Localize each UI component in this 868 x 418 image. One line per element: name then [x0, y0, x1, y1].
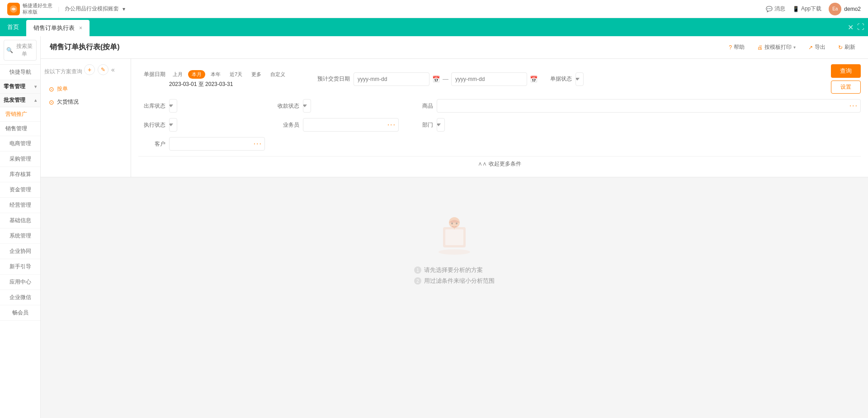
refresh-icon: ↻ — [838, 44, 843, 51]
quick-date-more[interactable]: 更多 — [248, 70, 265, 79]
status-select[interactable] — [576, 72, 584, 86]
plan-item-by-debt[interactable]: ⊙ 欠货情况 — [44, 95, 127, 109]
sidebar-item-inventory[interactable]: 库存核算 — [0, 167, 40, 182]
page-header: 销售订单执行表(按单) ? 帮助 🖨 按模板打印 ▾ ↗ 导出 ↻ 刷新 — [41, 36, 868, 59]
page-header-actions: ? 帮助 🖨 按模板打印 ▾ ↗ 导出 ↻ 刷新 — [725, 42, 859, 53]
dept-select[interactable] — [437, 118, 445, 132]
out-status-select[interactable] — [169, 99, 177, 113]
tab-home[interactable]: 首页 — [0, 18, 26, 36]
receive-status-wrapper — [303, 99, 399, 113]
filter-customer-item: 客户 ··· — [138, 137, 265, 151]
exec-status-select[interactable] — [169, 118, 177, 132]
refresh-btn[interactable]: ↻ 刷新 — [835, 42, 859, 53]
customer-input[interactable] — [169, 137, 265, 151]
quick-date-current-year[interactable]: 本年 — [207, 70, 224, 79]
main-layout: 🔍 搜索菜单 快捷导航 零售管理 ▾ 批发管理 ▴ 营销推广 销售管理 电商管理… — [0, 36, 868, 418]
receive-status-select[interactable] — [303, 99, 311, 113]
tab-bar-actions: ✕ ⛶ — [848, 23, 868, 32]
product-input[interactable] — [437, 99, 861, 113]
empty-tip-1: 1 请先选择要分析的方案 — [414, 266, 495, 274]
sidebar-item-purchase[interactable]: 采购管理 — [0, 152, 40, 167]
sidebar-item-ecommerce[interactable]: 电商管理 — [0, 136, 40, 152]
expected-date-start[interactable] — [354, 72, 429, 86]
empty-illustration — [432, 214, 477, 259]
filter-dept-item: 部门 — [406, 118, 861, 132]
tab-close-icon[interactable]: × — [79, 25, 82, 31]
svg-point-1 — [439, 249, 470, 255]
quick-date-last-month[interactable]: 上月 — [169, 70, 186, 79]
tab-bar: 首页 销售订单执行表 × ✕ ⛶ — [0, 18, 868, 36]
collapse-filter-btn[interactable]: ∧∧ 收起更多条件 — [138, 156, 861, 171]
collapse-sidebar-btn[interactable]: « — [111, 66, 115, 73]
calendar-end-icon[interactable]: 📅 — [530, 76, 538, 83]
sidebar-item-cooperation[interactable]: 企业协同 — [0, 244, 40, 259]
filter-product-item: 商品 ··· — [406, 99, 861, 113]
sidebar-item-quick-nav[interactable]: 快捷导航 — [0, 65, 40, 80]
dept-wrapper — [437, 118, 861, 132]
plan-order-icon: ⊙ — [49, 86, 54, 93]
plan-item-by-order[interactable]: ⊙ 按单 — [44, 82, 127, 95]
out-status-wrapper — [169, 99, 265, 113]
filter-out-status-item: 出库状态 — [138, 99, 265, 113]
tab-sales-order[interactable]: 销售订单执行表 × — [26, 20, 90, 36]
dept-label: 部门 — [406, 121, 433, 129]
sidebar-item-member[interactable]: 畅会员 — [0, 305, 40, 321]
quick-date-7days[interactable]: 近7天 — [226, 70, 246, 79]
filter-row-4: 客户 ··· — [138, 137, 861, 151]
salesperson-more-icon[interactable]: ··· — [387, 121, 396, 129]
sidebar-item-retail[interactable]: 零售管理 ▾ — [0, 80, 40, 94]
message-btn[interactable]: 💬 消息 — [766, 5, 785, 13]
sidebar-item-system[interactable]: 系统管理 — [0, 228, 40, 244]
status-label: 单据状态 — [545, 75, 572, 83]
filter-status-item: 单据状态 — [545, 72, 824, 86]
calendar-start-icon[interactable]: 📅 — [432, 76, 440, 83]
user-name: demo2 — [844, 6, 861, 12]
export-btn[interactable]: ↗ 导出 — [805, 42, 829, 53]
print-btn[interactable]: 🖨 按模板打印 ▾ — [754, 42, 799, 53]
sidebar-item-operation[interactable]: 经营管理 — [0, 198, 40, 213]
sidebar-item-sales[interactable]: 销售管理 — [0, 122, 40, 136]
tab-expand-btn[interactable]: ⛶ — [857, 23, 864, 31]
app-download-btn[interactable]: 📱 App下载 — [793, 5, 821, 13]
tab-close-window-btn[interactable]: ✕ — [848, 23, 854, 32]
exec-status-wrapper — [169, 118, 265, 132]
customer-more-icon[interactable]: ··· — [254, 140, 262, 148]
settings-btn[interactable]: 设置 — [831, 81, 861, 94]
query-btn[interactable]: 查询 — [831, 64, 861, 78]
export-icon: ↗ — [808, 44, 813, 51]
expected-date-end[interactable] — [451, 72, 527, 86]
product-more-icon[interactable]: ··· — [849, 102, 858, 110]
salesperson-input[interactable] — [303, 118, 399, 132]
sidebar-item-guide[interactable]: 新手引导 — [0, 259, 40, 275]
filter-expected-date-item: 预计交货日期 📅 — 📅 — [317, 72, 538, 86]
filter-date-item: 单据日期 上月 本月 本年 近7天 更多 自定义 — [138, 70, 310, 88]
sidebar-item-finance[interactable]: 资金管理 — [0, 182, 40, 198]
quick-date-group: 上月 本月 本年 近7天 更多 自定义 — [169, 70, 289, 79]
filter-panel: 按以下方案查询 + ✎ « ⊙ 按单 ⊙ 欠货情况 — [41, 59, 868, 177]
sidebar-item-wechat[interactable]: 企业微信 — [0, 290, 40, 305]
top-bar: 畅捷通好生意 标准版 | 办公用品行业模拟账套 ▾ 💬 消息 📱 App下载 E… — [0, 0, 868, 18]
sidebar-item-marketing[interactable]: 营销推广 — [0, 107, 40, 122]
filter-row-2: 出库状态 收款状态 — [138, 99, 861, 113]
filter-plan-title: 按以下方案查询 + ✎ « — [44, 64, 127, 79]
filter-row-3: 执行状态 业务员 ··· — [138, 118, 861, 132]
add-plan-btn[interactable]: + — [84, 64, 95, 75]
help-btn[interactable]: ? 帮助 — [725, 42, 748, 53]
nav-dropdown-icon[interactable]: ▾ — [123, 6, 125, 12]
expected-date-label: 预计交货日期 — [317, 75, 350, 83]
svg-point-5 — [451, 223, 453, 224]
edit-plan-btn[interactable]: ✎ — [98, 64, 108, 75]
quick-date-custom[interactable]: 自定义 — [267, 70, 289, 79]
search-menu-btn[interactable]: 🔍 搜索菜单 — [4, 40, 37, 61]
quick-date-current-month[interactable]: 本月 — [188, 70, 205, 79]
sidebar-item-wholesale[interactable]: 批发管理 ▴ — [0, 94, 40, 107]
nav-title: 办公用品行业模拟账套 — [65, 5, 119, 13]
logo-area: 畅捷通好生意 标准版 — [7, 3, 52, 15]
sidebar-item-base[interactable]: 基础信息 — [0, 213, 40, 228]
product-label: 商品 — [406, 102, 433, 110]
filter-plan-area: 按以下方案查询 + ✎ « ⊙ 按单 ⊙ 欠货情况 — [41, 59, 131, 177]
user-area[interactable]: Ea demo2 — [829, 3, 861, 15]
filter-receive-status-item: 收款状态 — [272, 99, 399, 113]
status-select-wrapper — [576, 72, 824, 86]
sidebar-item-apps[interactable]: 应用中心 — [0, 275, 40, 290]
